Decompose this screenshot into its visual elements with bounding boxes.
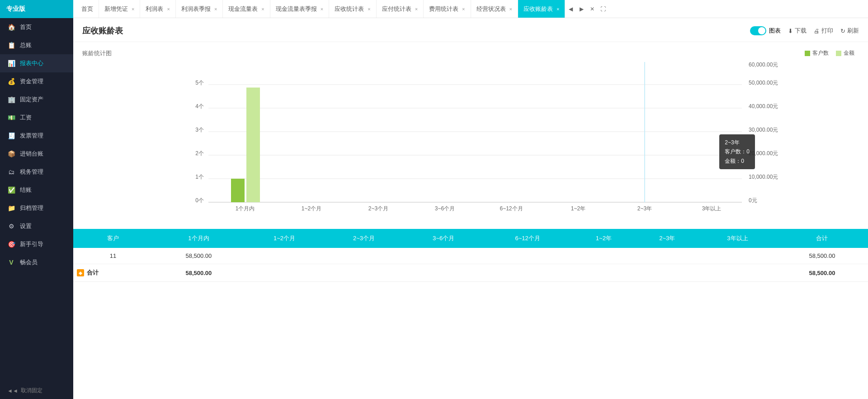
row-23m [324,248,404,264]
download-btn[interactable]: ⬇ 下载 [788,27,807,35]
total-amount: 58,500.00 [776,264,868,282]
tab-ar-aging[interactable]: 应收账龄表 × [518,0,565,18]
tab-business-stat[interactable]: 经营状况表 × [471,0,518,18]
legend-customers-dot [805,51,810,56]
legend-customers: 客户数 [805,49,829,57]
total-12y [572,264,635,282]
tab-expense-stat-close[interactable]: × [462,6,465,12]
sidebar-item-settle[interactable]: ✅ 结账 [0,181,73,199]
svg-text:4个: 4个 [195,103,204,109]
tab-cashflow-quarter[interactable]: 现金流量表季报 × [270,0,329,18]
stock-icon: 📦 [7,150,15,157]
svg-text:10,000.00元: 10,000.00元 [749,174,778,180]
svg-text:20,000.00元: 20,000.00元 [749,150,778,157]
sidebar-unpin-btn[interactable]: ◄◄ 取消固定 [0,382,73,399]
sidebar-item-ledger[interactable]: 📋 总账 [0,36,73,54]
toggle-track[interactable] [750,26,766,35]
tab-ar-stat-close[interactable]: × [368,6,370,12]
tab-profit-close[interactable]: × [167,6,170,12]
svg-text:3~6个月: 3~6个月 [435,205,455,212]
tab-expense-stat[interactable]: 费用统计表 × [424,0,471,18]
svg-text:30,000.00元: 30,000.00元 [749,127,778,133]
svg-text:3个: 3个 [195,127,204,133]
sidebar-item-member[interactable]: V 畅会员 [0,253,73,271]
tab-nav-left[interactable]: ◀ [565,2,576,16]
col-36m: 3~6个月 [404,229,483,248]
bar-1m-customers [231,179,245,202]
total-label-cell: ◈ 合计 [73,264,153,282]
svg-text:1个: 1个 [195,174,204,180]
sidebar-item-reports[interactable]: 📊 报表中心 [0,54,73,72]
sidebar-item-capital[interactable]: 💰 资金管理 [0,72,73,90]
svg-text:6~12个月: 6~12个月 [500,205,523,212]
row-3plus [699,248,776,264]
chart-svg: 0个 1个 2个 3个 4个 5个 0元 10,000.00元 20,000.0… [87,62,854,216]
archive-icon: 📁 [7,204,15,212]
sidebar-item-stock[interactable]: 📦 进销台账 [0,145,73,163]
table-row: 11 58,500.00 58,500.00 [73,248,868,264]
print-icon: 🖨 [814,28,820,34]
tab-business-stat-close[interactable]: × [509,6,512,12]
tab-ap-stat[interactable]: 应付统计表 × [377,0,424,18]
assets-icon: 🏢 [7,96,15,103]
tab-profit[interactable]: 利润表 × [140,0,175,18]
sidebar-item-archive[interactable]: 📁 归档管理 [0,199,73,217]
chart-title: 账龄统计图 [82,49,859,57]
arrow-icon: ◄◄ [7,388,18,394]
row-12m [245,248,324,264]
sidebar-item-payroll[interactable]: 💵 工资 [0,109,73,127]
total-icon: ◈ [77,269,84,276]
print-btn[interactable]: 🖨 打印 [814,27,833,35]
total-23m [324,264,404,282]
tab-close-all[interactable]: ✕ [587,2,598,16]
home-icon: 🏠 [7,24,15,31]
tab-cashflow[interactable]: 现金流量表 × [223,0,270,18]
svg-text:2个: 2个 [195,150,204,157]
refresh-btn[interactable]: ↻ 刷新 [840,27,859,35]
sidebar-item-invoice[interactable]: 🧾 发票管理 [0,127,73,145]
svg-text:0元: 0元 [749,197,757,204]
reports-icon: 📊 [7,60,15,67]
page-actions: 图表 ⬇ 下载 🖨 打印 ↻ 刷新 [750,26,859,35]
sidebar-item-home[interactable]: 🏠 首页 [0,18,73,36]
row-1m: 58,500.00 [153,248,245,264]
tab-expand[interactable]: ⛶ [598,2,609,16]
sidebar-item-assets[interactable]: 🏢 固定资产 [0,90,73,109]
payroll-icon: 💵 [7,114,15,121]
total-23y [636,264,699,282]
tab-profit-quarter[interactable]: 利润表季报 × [176,0,223,18]
tab-cashflow-quarter-close[interactable]: × [321,6,323,12]
sidebar-item-tax[interactable]: 🗂 税务管理 [0,163,73,181]
col-customer: 客户 [73,229,153,248]
row-12y [572,248,635,264]
settle-icon: ✅ [7,186,15,194]
row-23y [636,248,699,264]
tab-voucher[interactable]: 新增凭证 × [99,0,140,18]
col-12m: 1~2个月 [245,229,324,248]
sidebar-item-guide[interactable]: 🎯 新手引导 [0,235,73,253]
tab-ar-stat[interactable]: 应收统计表 × [329,0,376,18]
col-1m: 1个月内 [153,229,245,248]
svg-text:2~3个月: 2~3个月 [368,205,388,212]
col-23y: 2~3年 [636,229,699,248]
page-header: 应收账龄表 图表 ⬇ 下载 🖨 打印 ↻ 刷新 [73,18,868,42]
total-612m [483,264,572,282]
ledger-icon: 📋 [7,42,15,49]
row-612m [483,248,572,264]
svg-text:0个: 0个 [195,197,204,204]
tab-home[interactable]: 首页 [76,0,99,18]
tab-nav-right[interactable]: ▶ [576,2,587,16]
tab-profit-quarter-close[interactable]: × [214,6,217,12]
sidebar-item-settings[interactable]: ⚙ 设置 [0,217,73,235]
tab-cashflow-close[interactable]: × [261,6,264,12]
tab-ap-stat-close[interactable]: × [415,6,418,12]
legend-amount: 金额 [836,49,854,57]
row-total: 58,500.00 [776,248,868,264]
tab-ar-aging-close[interactable]: × [557,6,559,12]
chart-toggle[interactable]: 图表 [750,26,781,35]
capital-icon: 💰 [7,78,15,85]
tab-voucher-close[interactable]: × [132,6,134,12]
row-36m [404,248,483,264]
svg-text:40,000.00元: 40,000.00元 [749,103,778,109]
col-23m: 2~3个月 [324,229,404,248]
